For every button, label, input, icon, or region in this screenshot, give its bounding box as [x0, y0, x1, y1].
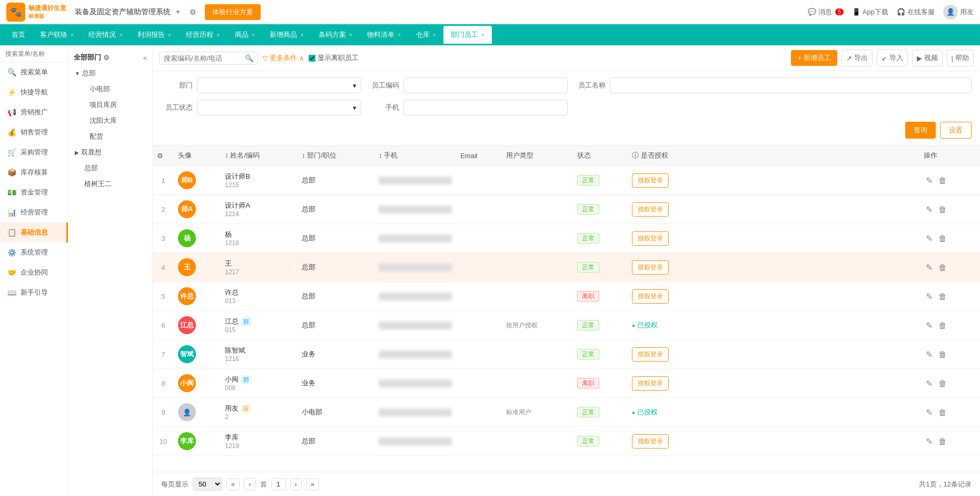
app-download-btn[interactable]: 📱 App下载 [852, 7, 888, 17]
auth-login-button[interactable]: 授权登录 [632, 347, 669, 362]
delete-button[interactable]: 🗑 [936, 175, 949, 187]
left-nav-item-经营管理[interactable]: 📊经营管理 [0, 202, 68, 222]
nav-tab-仓库[interactable]: 仓库× [409, 26, 443, 44]
add-employee-button[interactable]: + 新增员工 [791, 50, 837, 66]
delete-button[interactable]: 🗑 [936, 291, 949, 303]
dept-tree-item-项目库房[interactable]: 项目库房 [68, 97, 152, 113]
dept-tree-item-总部[interactable]: 总部 [68, 160, 152, 176]
employee-search-icon[interactable]: 🔍 [245, 54, 253, 62]
system-dropdown-icon[interactable]: ▼ [175, 8, 181, 16]
next-page-btn[interactable]: › [290, 478, 302, 490]
edit-button[interactable]: ✎ [924, 290, 935, 303]
delete-button[interactable]: 🗑 [936, 204, 949, 216]
dept-tree-item-植树王二[interactable]: 植树王二 [68, 176, 152, 192]
show-resigned-checkbox[interactable] [309, 55, 315, 62]
query-button[interactable]: 查询 [905, 122, 936, 139]
first-page-btn[interactable]: « [226, 478, 240, 490]
dept-tree-item-双鹿想[interactable]: ▶双鹿想 [68, 144, 152, 160]
tab-close-icon[interactable]: × [168, 32, 171, 38]
auth-login-button[interactable]: 授权登录 [632, 202, 669, 217]
nav-tab-物料清单[interactable]: 物料清单× [360, 26, 408, 44]
dept-tree-item-总部[interactable]: ▼总部 [68, 65, 152, 81]
nav-tab-首页[interactable]: 首页 [4, 26, 33, 44]
settings-icon[interactable]: ⚙ [190, 8, 196, 16]
dept-tree-item-沈阳大库[interactable]: 沈阳大库 [68, 113, 152, 129]
edit-button[interactable]: ✎ [924, 319, 935, 332]
col-settings[interactable]: ⚙ [153, 145, 174, 166]
dept-tree-item-小电部[interactable]: 小电部 [68, 81, 152, 97]
tab-close-icon[interactable]: × [349, 32, 352, 38]
messages-btn[interactable]: 💬 消息 5 [808, 7, 844, 17]
left-nav-item-销售管理[interactable]: 💰销售管理 [0, 122, 68, 142]
more-filter-btn[interactable]: ▽ 更多条件 ∧ [262, 53, 304, 63]
delete-button[interactable]: 🗑 [936, 349, 949, 361]
col-dept[interactable]: ↕ 部门/职位 [298, 145, 374, 166]
nav-tab-商品[interactable]: 商品× [227, 26, 262, 44]
left-nav-item-搜索菜单[interactable]: 🔍搜索菜单 [0, 62, 68, 82]
filter-dept-select[interactable]: ▾ [197, 77, 361, 93]
per-page-select[interactable]: 50 100 [193, 478, 222, 491]
auth-login-button[interactable]: 授权登录 [632, 260, 669, 275]
filter-status-select[interactable]: ▾ [197, 100, 361, 115]
left-nav-item-采购管理[interactable]: 🛒采购管理 [0, 142, 68, 162]
edit-button[interactable]: ✎ [924, 406, 935, 419]
delete-button[interactable]: 🗑 [936, 233, 949, 245]
left-nav-item-系统管理[interactable]: ⚙️系统管理 [0, 242, 68, 262]
last-page-btn[interactable]: » [306, 478, 319, 490]
online-service-btn[interactable]: 🎧 在线客服 [897, 7, 935, 17]
delete-button[interactable]: 🗑 [936, 407, 949, 419]
dept-tree-all-label[interactable]: 全部部门 [74, 53, 101, 62]
prev-page-btn[interactable]: ‹ [244, 478, 255, 490]
filter-empcode-input[interactable] [403, 77, 568, 93]
auth-login-button[interactable]: 授权登录 [632, 376, 669, 391]
employee-search-input[interactable] [164, 54, 243, 62]
auth-login-button[interactable]: 授权登录 [632, 173, 669, 188]
tab-close-icon[interactable]: × [433, 32, 436, 38]
help-button[interactable]: | 帮助 [947, 50, 974, 66]
edit-button[interactable]: ✎ [924, 435, 935, 448]
left-nav-item-新手引导[interactable]: 📖新手引导 [0, 283, 68, 303]
left-nav-item-营销推广[interactable]: 📢营销推广 [0, 102, 68, 122]
user-profile[interactable]: 👤 用友 [943, 5, 974, 20]
tab-close-icon[interactable]: × [119, 32, 122, 38]
edit-button[interactable]: ✎ [924, 203, 935, 216]
left-nav-item-快捷导航[interactable]: ⚡快捷导航 [0, 82, 68, 102]
nav-tab-经营情况[interactable]: 经营情况× [81, 26, 130, 44]
tab-close-icon[interactable]: × [398, 32, 401, 38]
left-nav-item-库存核算[interactable]: 📦库存核算 [0, 162, 68, 182]
nav-tab-条码方案[interactable]: 条码方案× [311, 26, 360, 44]
edit-button[interactable]: ✎ [924, 174, 935, 187]
dept-tree-item-配货[interactable]: 配货 [68, 129, 152, 144]
edit-button[interactable]: ✎ [924, 377, 935, 390]
left-nav-item-基础信息[interactable]: 📋基础信息 [0, 222, 68, 242]
import-button[interactable]: ↙ 导入 [877, 50, 908, 66]
nav-tab-客户联络[interactable]: 客户联络× [33, 26, 81, 44]
nav-tab-新增商品[interactable]: 新增商品× [262, 26, 311, 44]
nav-tab-经营历程[interactable]: 经营历程× [179, 26, 227, 44]
filter-phone-input[interactable] [403, 100, 568, 115]
delete-button[interactable]: 🗑 [936, 320, 949, 332]
nav-tab-部门员工[interactable]: 部门员工× [443, 26, 492, 44]
tab-close-icon[interactable]: × [71, 32, 74, 38]
edit-button[interactable]: ✎ [924, 261, 935, 274]
video-button[interactable]: ▶ 视频 [912, 50, 943, 66]
auth-login-button[interactable]: 授权登录 [632, 231, 669, 246]
filter-empname-input[interactable] [610, 77, 972, 93]
edit-button[interactable]: ✎ [924, 232, 935, 245]
left-nav-item-资金管理[interactable]: 💵资金管理 [0, 182, 68, 202]
tab-close-icon[interactable]: × [252, 32, 255, 38]
export-button[interactable]: ↗ 导出 [842, 50, 873, 66]
col-phone[interactable]: ↕ 手机 [374, 145, 456, 166]
show-resigned-toggle[interactable]: 显示离职员工 [309, 53, 359, 63]
try-btn[interactable]: 体验行业方案 [205, 4, 261, 20]
nav-tab-利润报告[interactable]: 利润报告× [130, 26, 179, 44]
delete-button[interactable]: 🗑 [936, 436, 949, 448]
left-nav-item-企业协同[interactable]: 🤝企业协同 [0, 262, 68, 283]
reset-button[interactable]: 设置 [940, 122, 972, 139]
tab-close-icon[interactable]: × [481, 32, 484, 38]
auth-login-button[interactable]: 授权登录 [632, 434, 669, 449]
edit-button[interactable]: ✎ [924, 348, 935, 361]
col-name[interactable]: ↕ 姓名/编码 [221, 145, 298, 166]
auth-login-button[interactable]: 授权登录 [632, 289, 669, 304]
delete-button[interactable]: 🗑 [936, 378, 949, 390]
